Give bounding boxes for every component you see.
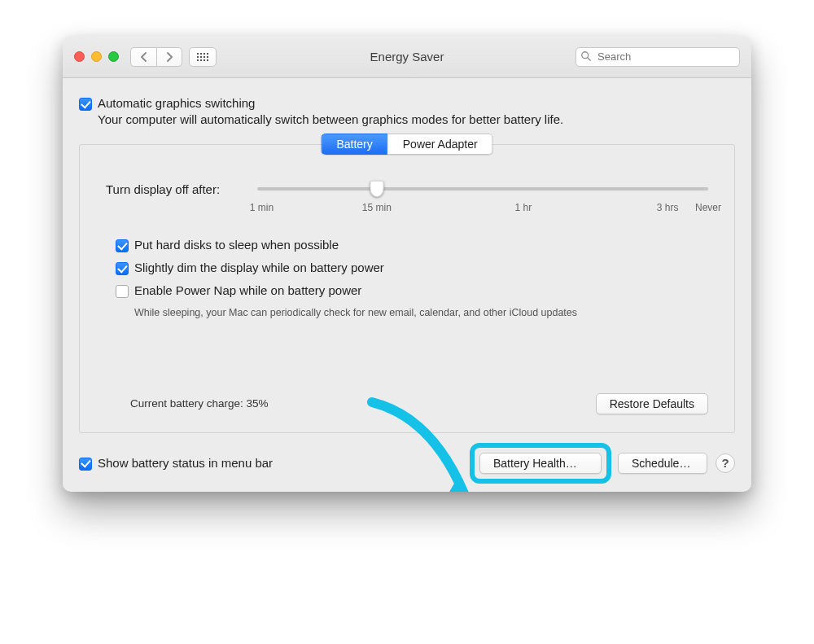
auto-graphics-checkbox[interactable] [79, 98, 92, 111]
power-nap-row: Enable Power Nap while on battery power [116, 283, 708, 298]
grid-icon [197, 53, 208, 61]
dim-display-row: Slightly dim the display while on batter… [116, 261, 708, 275]
battery-options: Put hard disks to sleep when possible Sl… [116, 238, 708, 320]
chevron-left-icon [140, 52, 148, 62]
help-button[interactable]: ? [716, 453, 735, 473]
tick-15min: 15 min [362, 202, 392, 213]
close-window-button[interactable] [74, 51, 85, 62]
bottom-row: Show battery status in menu bar Battery … [79, 453, 735, 474]
tick-never: Never [695, 202, 721, 213]
power-nap-label: Enable Power Nap while on battery power [134, 283, 361, 297]
dim-display-label: Slightly dim the display while on batter… [134, 261, 384, 274]
power-source-tabs: Battery Power Adapter [321, 134, 492, 155]
power-nap-checkbox[interactable] [116, 285, 129, 298]
preferences-body: Automatic graphics switching Your comput… [63, 78, 751, 492]
back-button[interactable] [130, 47, 156, 67]
slider-tick-labels: 1 min 15 min 1 hr 3 hrs Never [257, 202, 708, 215]
tab-power-adapter[interactable]: Power Adapter [388, 134, 493, 155]
energy-saver-window: Energy Saver Automatic graphics switchin… [63, 36, 751, 492]
chevron-right-icon [165, 52, 173, 62]
tick-3hrs: 3 hrs [657, 202, 679, 213]
schedule-button[interactable]: Schedule… [618, 453, 707, 474]
forward-button[interactable] [156, 47, 182, 67]
display-off-slider[interactable] [257, 181, 708, 197]
power-nap-desc: While sleeping, your Mac can periodicall… [134, 306, 590, 320]
auto-graphics-desc: Your computer will automatically switch … [98, 112, 735, 126]
zoom-window-button[interactable] [108, 51, 119, 62]
panel-footer: Current battery charge: 35% Restore Defa… [106, 393, 708, 414]
slider-thumb[interactable] [370, 181, 383, 197]
tab-battery[interactable]: Battery [321, 134, 387, 155]
titlebar: Energy Saver [63, 36, 751, 78]
show-status-label: Show battery status in menu bar [98, 456, 273, 470]
show-status-checkbox[interactable] [79, 458, 92, 471]
dim-display-checkbox[interactable] [116, 262, 129, 275]
svg-line-1 [588, 57, 590, 59]
svg-point-0 [582, 51, 589, 58]
show-all-button[interactable] [189, 47, 217, 67]
power-panel: Battery Power Adapter Turn display off a… [79, 144, 735, 433]
auto-graphics-label: Automatic graphics switching [98, 96, 255, 110]
window-controls [74, 51, 119, 62]
tick-1hr: 1 hr [515, 202, 532, 213]
hard-disks-row: Put hard disks to sleep when possible [116, 238, 708, 252]
hard-disks-label: Put hard disks to sleep when possible [134, 238, 339, 252]
tick-1min: 1 min [250, 202, 274, 213]
display-off-row: Turn display off after: [106, 181, 708, 197]
nav-buttons [130, 47, 182, 67]
slider-track [257, 187, 708, 191]
hard-disks-checkbox[interactable] [116, 239, 129, 252]
restore-defaults-button[interactable]: Restore Defaults [596, 393, 708, 414]
display-off-label: Turn display off after: [106, 182, 244, 196]
search-input[interactable] [575, 47, 740, 67]
auto-graphics-row: Automatic graphics switching [79, 96, 735, 111]
search-icon [580, 50, 592, 62]
minimize-window-button[interactable] [91, 51, 102, 62]
show-status-row: Show battery status in menu bar [79, 456, 273, 471]
battery-charge-text: Current battery charge: 35% [130, 397, 269, 410]
battery-health-button[interactable]: Battery Health… [479, 453, 602, 474]
